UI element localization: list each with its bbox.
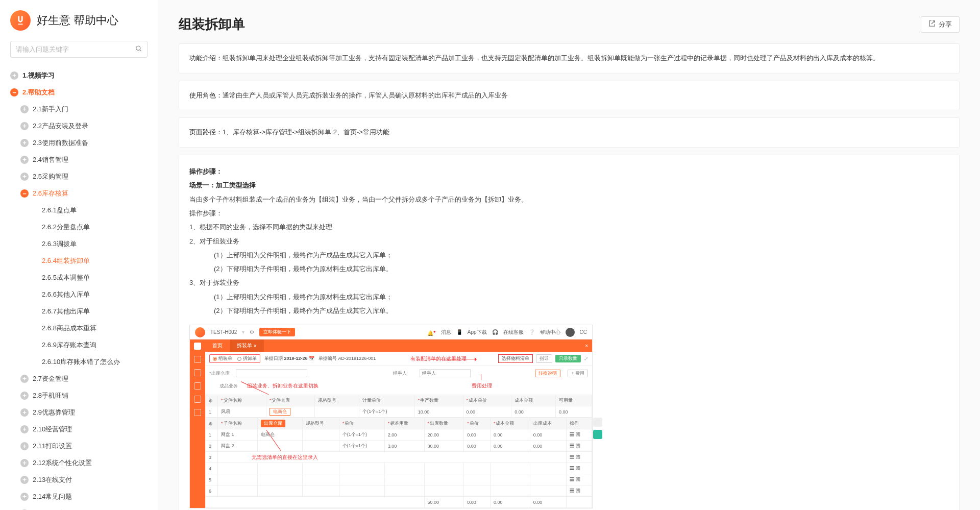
mock-tab-home: 首页	[205, 339, 230, 352]
menu-icon	[194, 382, 201, 390]
nav-2-5[interactable]: +2.5采购管理	[10, 168, 148, 185]
step-3: 3、对于拆装业务	[189, 276, 949, 289]
mock-inbiz-label: 成品业务	[219, 383, 238, 390]
expand-icon: +	[20, 408, 29, 417]
mock-testid: TEST-H002	[210, 329, 237, 335]
nav-2-6-6[interactable]: 2.6.6其他入库单	[10, 286, 148, 303]
mock-memo-box: 转换说明	[535, 370, 560, 377]
nav-2-3[interactable]: +2.3使用前数据准备	[10, 134, 148, 151]
collapse-icon: –	[20, 189, 29, 198]
search-icon	[135, 45, 142, 54]
expand-icon: +	[20, 493, 29, 501]
nav-2-6-9[interactable]: 2.6.9库存账本查询	[10, 336, 148, 353]
expand-icon: +	[20, 442, 29, 450]
table-row: 4☰ 圃	[206, 463, 592, 474]
tool-icon	[593, 418, 602, 427]
svg-line-1	[140, 50, 141, 51]
share-label: 分享	[939, 20, 952, 29]
nav-2-6-5[interactable]: 2.6.5成本调整单	[10, 269, 148, 286]
mock-outwh-label: *出库仓库	[209, 370, 232, 377]
role-text: 通常由生产人员或库管人员完成拆装业务的操作，库管人员确认原材料的出库和产成品的入…	[223, 91, 508, 99]
share-icon	[928, 20, 936, 29]
brand-title: 好生意 帮助中心	[37, 13, 118, 28]
expand-icon: +	[20, 105, 29, 113]
brand-logo-icon	[10, 10, 31, 31]
menu-icon	[194, 356, 201, 363]
avatar-icon	[566, 328, 575, 337]
mock-select-bom: 选择物料清单	[498, 354, 533, 363]
mock-type-radio: 组装单 拆卸单	[209, 354, 260, 363]
main-content: 组装拆卸单 分享 功能介绍：组装拆卸单用来处理企业组装或拆卸等加工业务，支持有固…	[158, 0, 980, 510]
brand-row: 好生意 帮助中心	[10, 10, 148, 31]
role-label: 使用角色：	[189, 91, 223, 99]
svg-point-0	[136, 46, 140, 50]
mock-tabs: 首页 拆装单 × ×	[205, 339, 592, 352]
nav-2-8[interactable]: +2.8手机旺铺	[10, 387, 148, 404]
nav-2-12[interactable]: +2.12系统个性化设置	[10, 454, 148, 471]
nav-2-11[interactable]: +2.11打印设置	[10, 438, 148, 454]
scene1-desc: 当由多个子件材料组装成一个成品的业务为【组装】业务，当由一个父件拆分成多个子产品…	[189, 192, 949, 206]
search-input[interactable]	[10, 41, 148, 58]
intro-text: 组装拆卸单用来处理企业组装或拆卸等加工业务，支持有固定装配清单的产品加工业务，也…	[223, 54, 879, 62]
nav-2-10[interactable]: +2.10经营管理	[10, 421, 148, 438]
expand-icon: +	[20, 139, 29, 147]
nav-2-6-8[interactable]: 2.6.8商品成本重算	[10, 320, 148, 336]
mock-fee-button: + 费用	[568, 370, 588, 377]
nav-2-15[interactable]: +2.15操作案例	[10, 505, 148, 510]
step-2-1: (1）上部明细为父件明细，最终作为产成品生成其它入库单；	[189, 248, 949, 262]
radio-off-icon	[237, 357, 241, 361]
nav-tree: +1.视频学习 –2.帮助文档 +2.1新手入门 +2.2产品安装及登录 +2.…	[10, 67, 148, 510]
settings-icon: ⚙	[250, 329, 254, 335]
help-icon: ❔	[529, 329, 535, 335]
expand-icon: +	[20, 375, 29, 383]
step-1: 1、根据不同的业务，选择不同单据的类型来处理	[189, 220, 949, 234]
page-title: 组装拆卸单	[179, 15, 245, 33]
close-icon: ×	[581, 339, 592, 352]
path-text: 1、库存核算->库存管理->组装拆卸单 2、首页->常用功能	[223, 128, 389, 136]
mock-trial-button: 立即体验一下	[259, 328, 295, 336]
nav-2-6-2[interactable]: 2.6.2分量盘点单	[10, 218, 148, 235]
anno-fee: 费用处理	[472, 382, 492, 390]
share-button[interactable]: 分享	[921, 16, 960, 33]
table-row: 1 风扇 电商仓 个(1个=1个) 10.00 0.00 0.00 0.00	[206, 406, 592, 418]
nav-2-2[interactable]: +2.2产品安装及登录	[10, 117, 148, 134]
nav-2-14[interactable]: +2.14常见问题	[10, 488, 148, 505]
nav-2-6[interactable]: –2.6库存核算 2.6.1盘点单 2.6.2分量盘点单 2.6.3调拨单 2.…	[10, 185, 148, 370]
mock-child-table: ⊕ 子件名称 出库仓库 规格型号 单位 标准用量 出库数量 单价 成本金额 出库…	[205, 418, 592, 508]
nav-docs[interactable]: –2.帮助文档 +2.1新手入门 +2.2产品安装及登录 +2.3使用前数据准备…	[10, 84, 148, 510]
table-footer: 50.000.000.000.00	[206, 497, 592, 508]
nav-2-6-10[interactable]: 2.6.10库存账本错了怎么办	[10, 353, 148, 370]
expand-icon: +	[20, 425, 29, 433]
path-label: 页面路径：	[189, 128, 223, 136]
role-card: 使用角色：通常由生产人员或库管人员完成拆装业务的操作，库管人员确认原材料的出库和…	[179, 81, 960, 111]
menu-icon	[194, 369, 201, 376]
nav-2-13[interactable]: +2.13在线支付	[10, 471, 148, 488]
nav-2-6-1[interactable]: 2.6.1盘点单	[10, 202, 148, 218]
tool-icon	[593, 430, 602, 439]
step-3-1: (1）上部明细为父件明细，最终作为原材料生成其它出库单；	[189, 290, 949, 304]
nav-2-7[interactable]: +2.7资金管理	[10, 370, 148, 387]
nav-2-4[interactable]: +2.4销售管理	[10, 151, 148, 168]
intro-card: 功能介绍：组装拆卸单用来处理企业组装或拆卸等加工业务，支持有固定装配清单的产品加…	[179, 43, 960, 74]
home-icon	[194, 343, 201, 350]
mock-worker-input	[420, 369, 471, 377]
nav-video[interactable]: +1.视频学习	[10, 67, 148, 84]
mock-topbar: TEST-H002 ▾ ⚙ 立即体验一下 🔔● 消息 📱App下载 🎧在线客服 …	[190, 325, 592, 339]
mock-sidebar	[190, 339, 205, 508]
collapse-icon: –	[10, 88, 18, 96]
expand-icon: +	[10, 71, 18, 80]
intro-label: 功能介绍：	[189, 54, 223, 62]
mock-side-tools	[593, 418, 602, 439]
nav-2-1[interactable]: +2.1新手入门	[10, 101, 148, 117]
nav-2-6-7[interactable]: 2.6.7其他出库单	[10, 303, 148, 320]
nav-2-6-3[interactable]: 2.6.3调拨单	[10, 235, 148, 252]
headset-icon: 🎧	[492, 329, 498, 335]
mock-qty-button: 只录数量	[555, 355, 581, 362]
expand-icon: +	[20, 476, 29, 484]
step-3-2: (2）下部明细为子件明细，最终作为产成品生成其它入库单。	[189, 304, 949, 318]
mock-msg: 消息	[441, 329, 451, 336]
nav-2-6-4[interactable]: 2.6.4组装拆卸单	[10, 252, 148, 269]
search-box[interactable]	[10, 41, 148, 58]
nav-2-9[interactable]: +2.9优惠券管理	[10, 404, 148, 421]
embedded-screenshot: TEST-H002 ▾ ⚙ 立即体验一下 🔔● 消息 📱App下载 🎧在线客服 …	[189, 325, 593, 508]
